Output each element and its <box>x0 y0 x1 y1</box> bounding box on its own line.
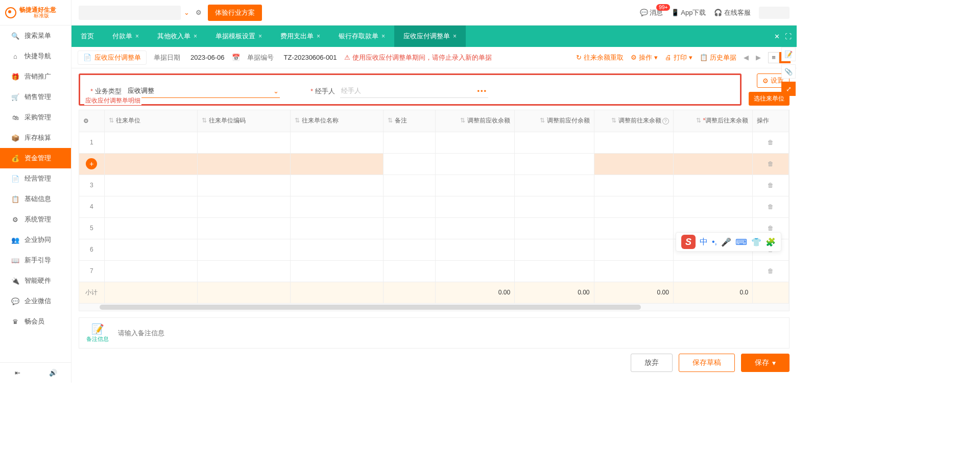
close-icon[interactable]: × <box>258 33 262 40</box>
horizontal-scrollbar[interactable] <box>79 304 789 311</box>
close-icon[interactable]: × <box>317 33 320 40</box>
sidebar-item-hardware[interactable]: 🔌智能硬件 <box>0 270 71 291</box>
sidebar-item-wecom[interactable]: 💬企业微信 <box>0 291 71 311</box>
user-avatar[interactable] <box>759 7 790 19</box>
cell-pre-pay[interactable] <box>515 132 594 153</box>
settings-icon[interactable]: ⚙ <box>196 9 202 16</box>
cell-pre-bal[interactable] <box>594 217 673 239</box>
cell-pre-pay[interactable] <box>515 260 594 282</box>
cell-pre-recv[interactable] <box>435 239 514 260</box>
info-icon[interactable]: ? <box>662 118 669 125</box>
delete-row-button[interactable]: 🗑 <box>753 260 789 282</box>
history-link[interactable]: 📋 历史单据 <box>700 53 736 62</box>
sidebar-item-guide[interactable]: 📖新手引导 <box>0 250 71 270</box>
col-pre-recv[interactable]: ⇅调整前应收余额 <box>435 110 514 132</box>
app-download-link[interactable]: 📱 App下载 <box>671 8 706 17</box>
sidebar-item-quicknav[interactable]: ⌂快捷导航 <box>0 46 71 66</box>
add-row-button[interactable]: + <box>86 158 97 169</box>
cell-pre-recv[interactable] <box>435 153 514 175</box>
cell-pre-bal[interactable] <box>594 153 673 175</box>
delete-row-button[interactable]: 🗑 <box>753 196 789 217</box>
col-remark[interactable]: ⇅备注 <box>384 110 436 132</box>
cell-pre-pay[interactable] <box>515 175 594 196</box>
cell-remark[interactable] <box>384 153 436 175</box>
delete-row-button[interactable]: 🗑 <box>753 175 789 196</box>
try-industry-button[interactable]: 体验行业方案 <box>208 5 262 21</box>
save-draft-button[interactable]: 保存草稿 <box>679 354 735 372</box>
sidebar-item-search[interactable]: 🔍搜索菜单 <box>0 26 71 46</box>
cell-pre-pay[interactable] <box>515 153 594 175</box>
cell-post-bal[interactable] <box>673 132 752 153</box>
cell-pre-pay[interactable] <box>515 196 594 217</box>
table-row[interactable]: 1🗑 <box>79 132 789 153</box>
sidebar-item-sales[interactable]: 🛒销售管理 <box>0 87 71 107</box>
cell-pre-recv[interactable] <box>435 132 514 153</box>
cell-pre-recv[interactable] <box>435 260 514 282</box>
messages-link[interactable]: 💬 消息 <box>640 8 663 17</box>
cell-remark[interactable] <box>384 175 436 196</box>
cell-unit-name[interactable] <box>290 239 383 260</box>
close-all-icon[interactable]: ✕ <box>774 33 780 40</box>
prev-icon[interactable]: ◀ <box>744 54 749 61</box>
next-icon[interactable]: ▶ <box>756 54 761 61</box>
col-unit-code[interactable]: ⇅往来单位编码 <box>197 110 290 132</box>
cell-remark[interactable] <box>384 239 436 260</box>
calendar-icon[interactable]: 📅 <box>232 54 240 61</box>
sidebar-sound-button[interactable]: 🔊 <box>36 363 71 383</box>
biz-type-select[interactable]: 应收调整 ⌄ <box>127 84 280 98</box>
cell-pre-pay[interactable] <box>515 217 594 239</box>
cell-unit-name[interactable] <box>290 196 383 217</box>
table-row[interactable]: 4🗑 <box>79 196 789 217</box>
tab-template[interactable]: 单据模板设置× <box>206 26 271 47</box>
sidebar-item-purchase[interactable]: 🛍采购管理 <box>0 107 71 128</box>
cell-unit[interactable] <box>104 153 197 175</box>
cell-unit[interactable] <box>104 217 197 239</box>
cell-unit[interactable] <box>104 260 197 282</box>
rail-attach-button[interactable]: 📎 <box>781 64 796 79</box>
cell-unit-code[interactable] <box>197 217 290 239</box>
reset-balance-link[interactable]: ↻ 往来余额重取 <box>576 53 624 62</box>
expand-icon[interactable]: ⛶ <box>785 33 792 40</box>
table-row[interactable]: +🗑 <box>79 153 789 175</box>
cell-unit-code[interactable] <box>197 196 290 217</box>
cell-unit-name[interactable] <box>290 132 383 153</box>
sidebar-item-basic[interactable]: 📋基础信息 <box>0 189 71 209</box>
col-post-bal[interactable]: ⇅*调整后往来余额 <box>673 110 752 132</box>
cell-unit-name[interactable] <box>290 217 383 239</box>
org-selector[interactable] <box>79 6 181 20</box>
cell-pre-bal[interactable] <box>594 260 673 282</box>
cell-unit[interactable] <box>104 175 197 196</box>
tab-expense[interactable]: 费用支出单× <box>271 26 329 47</box>
sidebar-item-operate[interactable]: 📄经营管理 <box>0 168 71 189</box>
operate-dropdown[interactable]: ⚙ 操作 ▾ <box>631 53 658 62</box>
chevron-down-icon[interactable]: ⌄ <box>184 9 189 16</box>
cell-post-bal[interactable] <box>673 153 752 175</box>
cell-pre-recv[interactable] <box>435 196 514 217</box>
view-list-button[interactable]: ≡ <box>768 52 779 63</box>
ime-widget[interactable]: S 中 •, 🎤 ⌨ 👕 🧩 <box>676 232 781 252</box>
cell-post-bal[interactable] <box>673 175 752 196</box>
cell-post-bal[interactable] <box>673 260 752 282</box>
remark-input[interactable] <box>118 329 782 337</box>
ime-tool-icon[interactable]: 🧩 <box>766 237 776 247</box>
ime-skin-icon[interactable]: 👕 <box>751 237 761 247</box>
cell-unit[interactable] <box>104 132 197 153</box>
col-pre-pay[interactable]: ⇅调整前应付余额 <box>515 110 594 132</box>
rail-expand-button[interactable]: ⤢ <box>781 82 796 96</box>
cell-pre-bal[interactable] <box>594 132 673 153</box>
cell-pre-recv[interactable] <box>435 217 514 239</box>
column-config-button[interactable]: ⚙ <box>79 110 104 132</box>
sidebar-collapse-button[interactable]: ⇤ <box>0 363 36 383</box>
sidebar-item-marketing[interactable]: 🎁营销推广 <box>0 66 71 87</box>
tab-adjust[interactable]: 应收应付调整单× <box>394 26 466 47</box>
ime-lang[interactable]: 中 <box>700 237 708 247</box>
col-unit-name[interactable]: ⇅往来单位名称 <box>290 110 383 132</box>
tab-bank[interactable]: 银行存取款单× <box>329 26 394 47</box>
tab-home[interactable]: 首页 <box>71 26 103 47</box>
cell-pre-pay[interactable] <box>515 239 594 260</box>
sidebar-item-funds[interactable]: 💰资金管理 <box>0 148 71 168</box>
cell-pre-recv[interactable] <box>435 175 514 196</box>
tab-other-income[interactable]: 其他收入单× <box>148 26 206 47</box>
print-dropdown[interactable]: 🖨 打印 ▾ <box>665 53 692 62</box>
table-row[interactable]: 3🗑 <box>79 175 789 196</box>
